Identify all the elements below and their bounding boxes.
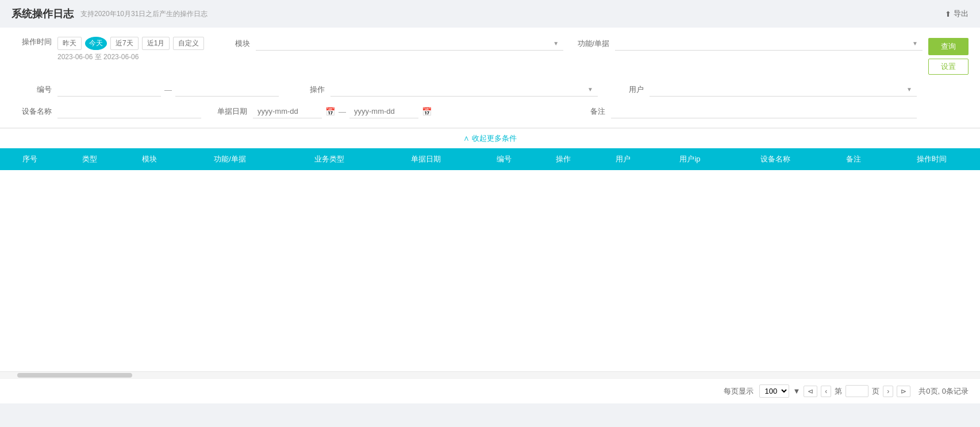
time-label: 操作时间 [11,37,52,47]
operation-label: 操作 [285,84,325,95]
col-remark: 备注 [824,148,883,170]
time-range-text: 2023-06-06 至 2023-06-06 [57,52,204,62]
module-select[interactable]: ▼ [256,37,563,51]
remark-filter-group: 备注 [565,105,917,118]
user-select[interactable]: ▼ [650,83,917,97]
page-subtitle: 支持2020年10月31日之后产生的操作日志 [80,9,207,19]
page-unit: 页 [872,386,879,397]
scrollbar-area[interactable] [0,371,980,378]
number-dash: — [164,86,172,94]
filter-section: 操作时间 昨天 今天 近7天 近1月 自定义 2023-06-06 至 2023… [0,28,980,128]
operation-chevron-icon: ▼ [587,86,593,93]
collapse-label: 收起更多条件 [472,134,517,143]
collapse-bar[interactable]: ∧ 收起更多条件 [0,128,980,148]
time-btn-1month[interactable]: 近1月 [142,37,170,50]
col-type: 类型 [60,148,120,170]
col-function: 功能/单据 [179,148,280,170]
operation-select[interactable]: ▼ [330,83,598,97]
date-dash: — [339,107,346,116]
export-button[interactable]: ⬆ 导出 [945,9,969,19]
function-label: 功能/单据 [569,39,609,49]
col-operation: 操作 [533,148,593,170]
operation-filter-group: 操作 ▼ [285,83,598,97]
per-page-chevron-icon: ▼ [793,387,800,395]
function-filter-group: 功能/单据 ▼ [569,37,923,51]
device-label: 设备名称 [11,106,52,117]
action-buttons: 查询 设置 [928,37,969,75]
first-page-button[interactable]: ⊲ [804,386,817,397]
date-to-input[interactable] [349,105,418,118]
time-controls: 昨天 今天 近7天 近1月 自定义 2023-06-06 至 2023-06-0… [57,37,204,62]
col-device: 设备名称 [727,148,824,170]
number-to-input[interactable] [175,83,279,97]
table-body [0,170,980,371]
export-icon: ⬆ [945,10,951,18]
module-filter-group: 模块 ▼ [210,37,563,51]
number-range: — [57,83,279,97]
col-date: 单据日期 [378,148,474,170]
device-input[interactable] [57,105,201,118]
user-filter-group: 用户 ▼ [604,83,917,97]
page-label: 第 [835,386,842,397]
function-chevron-icon: ▼ [912,40,918,47]
scrollbar-thumb[interactable] [17,373,132,378]
user-label: 用户 [604,84,644,95]
date-filter-group: 单据日期 📅 — 📅 [207,105,559,118]
date-range: 📅 — 📅 [253,105,432,118]
collapse-chevron-icon: ∧ [463,134,470,143]
header-row: 序号 类型 模块 功能/单据 业务类型 单据日期 编号 操作 用户 用户ip 设… [0,148,980,170]
date-label: 单据日期 [207,106,247,117]
module-input[interactable] [260,39,553,48]
current-page-input[interactable]: 1 [846,385,868,397]
time-buttons: 昨天 今天 近7天 近1月 自定义 [57,37,204,50]
user-chevron-icon: ▼ [906,86,912,93]
total-info: 共0页, 0条记录 [918,386,969,397]
number-label: 编号 [11,84,52,95]
data-table: 序号 类型 模块 功能/单据 业务类型 单据日期 编号 操作 用户 用户ip 设… [0,148,980,371]
settings-button[interactable]: 设置 [928,59,969,75]
function-input[interactable] [620,39,912,48]
pagination: 每页显示 100 50 200 ▼ ⊲ ‹ 第 1 页 › ⊳ 共0页, 0条记… [0,378,980,403]
table-header: 序号 类型 模块 功能/单据 业务类型 单据日期 编号 操作 用户 用户ip 设… [0,148,980,170]
date-from-input[interactable] [253,105,322,118]
col-number: 编号 [474,148,534,170]
time-btn-custom[interactable]: 自定义 [173,37,204,50]
remark-label: 备注 [565,106,605,117]
time-filter-group: 操作时间 昨天 今天 近7天 近1月 自定义 2023-06-06 至 2023… [11,37,204,62]
time-btn-yesterday[interactable]: 昨天 [57,37,82,50]
header-left: 系统操作日志 支持2020年10月31日之后产生的操作日志 [11,7,207,21]
col-user: 用户 [593,148,653,170]
number-filter-group: 编号 — [11,83,279,97]
col-biz-type: 业务类型 [280,148,377,170]
module-label: 模块 [210,39,250,49]
operation-input[interactable] [335,85,587,94]
function-select[interactable]: ▼ [615,37,923,51]
col-user-ip: 用户ip [653,148,727,170]
empty-row [0,170,980,371]
number-from-input[interactable] [57,83,161,97]
query-button[interactable]: 查询 [928,38,969,55]
user-input[interactable] [654,85,906,94]
last-page-button[interactable]: ⊳ [897,386,910,397]
module-chevron-icon: ▼ [553,40,559,47]
device-filter-group: 设备名称 [11,105,201,118]
page-header: 系统操作日志 支持2020年10月31日之后产生的操作日志 ⬆ 导出 [0,0,980,28]
calendar-to-icon[interactable]: 📅 [422,107,432,116]
time-btn-today[interactable]: 今天 [85,37,107,50]
time-btn-7days[interactable]: 近7天 [110,37,139,50]
calendar-from-icon[interactable]: 📅 [325,107,335,116]
page-title: 系统操作日志 [11,7,74,21]
col-index: 序号 [0,148,60,170]
col-module: 模块 [120,148,179,170]
table-container: 序号 类型 模块 功能/单据 业务类型 单据日期 编号 操作 用户 用户ip 设… [0,148,980,371]
prev-page-button[interactable]: ‹ [821,386,831,397]
remark-input[interactable] [611,105,917,118]
empty-area [0,170,980,371]
per-page-label: 每页显示 [724,386,754,397]
next-page-button[interactable]: › [883,386,893,397]
per-page-select[interactable]: 100 50 200 [759,384,789,398]
col-time: 操作时间 [883,148,980,170]
